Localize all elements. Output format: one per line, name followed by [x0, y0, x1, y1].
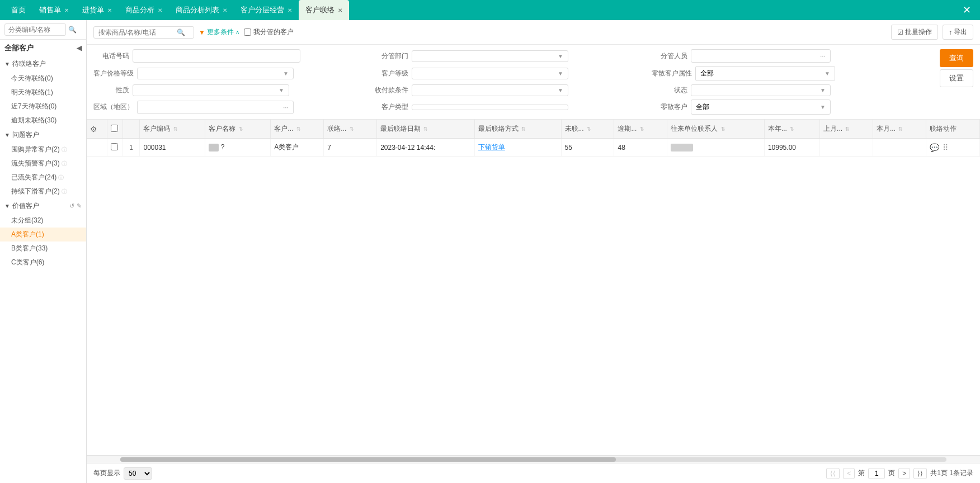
contact-person-block	[671, 144, 693, 151]
no-contact-sort-icon: ⇅	[587, 126, 591, 132]
action-qr-icon[interactable]: ⠿	[943, 143, 948, 152]
sidebar-item-today[interactable]: 今天待联络(0)	[0, 72, 86, 86]
nav-tab-sales[interactable]: 销售单 ✕	[32, 0, 76, 20]
export-button[interactable]: ↑ 导出	[943, 25, 973, 40]
table-settings-th: ⚙	[87, 120, 107, 139]
close-tab-product-list-icon[interactable]: ✕	[223, 7, 227, 13]
batch-operations-button[interactable]: ☑ 批量操作	[891, 25, 938, 40]
payment-label: 收付款条件	[373, 86, 412, 95]
close-tab-sales-icon[interactable]: ✕	[64, 7, 69, 13]
person-label: 分管人员	[652, 51, 691, 61]
retail-attr-select[interactable]: 全部 ▼	[695, 66, 835, 81]
phone-input[interactable]	[133, 49, 300, 63]
action-chat-icon[interactable]: 💬	[930, 143, 939, 152]
status-select[interactable]: ▼	[691, 84, 831, 96]
price-level-select[interactable]: ▼	[137, 68, 294, 79]
filter-search-box[interactable]: 🔍	[93, 26, 194, 39]
select-all-checkbox[interactable]	[111, 125, 118, 132]
close-tab-customer-contact-icon[interactable]: ✕	[338, 7, 342, 13]
last-date-sort-icon: ⇅	[423, 126, 428, 132]
top-navigation: 首页 销售单 ✕ 进货单 ✕ 商品分析 ✕ 商品分析列表 ✕ 客户分层经营 ✕ …	[0, 0, 980, 20]
dept-select[interactable]: ▼	[412, 50, 568, 62]
current-page-input[interactable]	[868, 468, 885, 479]
query-button[interactable]: 查询	[940, 49, 973, 67]
next-page-button[interactable]: >	[898, 468, 910, 479]
nav-tab-product-analysis[interactable]: 商品分析 ✕	[119, 0, 169, 20]
filter-cell-person: 分管人员 ···	[652, 49, 931, 63]
sidebar-group-value[interactable]: ▼ 价值客户 ↺ ✎	[0, 198, 86, 214]
sidebar-item-c-class[interactable]: C类客户(6)	[0, 255, 86, 269]
cell-code: 000031	[140, 139, 205, 157]
sidebar-group-pending[interactable]: ▼ 待联络客户	[0, 56, 86, 72]
person-dots-icon: ···	[820, 52, 826, 60]
overdue-sort-icon: ⇅	[640, 126, 644, 132]
sidebar-item-b-class[interactable]: B类客户(33)	[0, 242, 86, 255]
col-header-last-method: 最后联络方式 ⇅	[474, 120, 561, 139]
sidebar-group-problem[interactable]: ▼ 问题客户	[0, 127, 86, 143]
my-customers-checkbox[interactable]	[244, 29, 251, 36]
horizontal-scrollbar[interactable]	[87, 455, 980, 463]
filter-cell-customer-level: 客户等级 ▼	[373, 68, 652, 79]
close-tab-product-analysis-icon[interactable]: ✕	[158, 7, 162, 13]
filter-cell-nature: 性质 ▼	[93, 84, 373, 96]
customer-level-select[interactable]: ▼	[412, 68, 568, 79]
table-checkbox-th	[107, 120, 123, 139]
sidebar-search-icon[interactable]: 🔍	[68, 26, 77, 34]
col-header-last-month: 上月... ⇅	[820, 120, 873, 139]
first-page-button[interactable]: ⟨⟨	[826, 468, 840, 479]
col-header-this-month: 本月... ⇅	[873, 120, 926, 139]
filter-row-4: 区域（地区） ··· 客户类型	[93, 100, 931, 115]
sidebar-item-hoarding[interactable]: 囤购异常客户(2) ⓘ	[0, 143, 86, 157]
filter-search-input[interactable]	[98, 29, 177, 36]
close-tab-customer-mgmt-icon[interactable]: ✕	[288, 7, 292, 13]
sidebar-collapse-icon[interactable]: ◀	[77, 44, 82, 52]
nav-tab-customer-mgmt[interactable]: 客户分层经营 ✕	[234, 0, 299, 20]
filter-row-2: 客户价格等级 ▼ 客户等级 ▼	[93, 66, 931, 81]
payment-select[interactable]: ▼	[412, 84, 568, 96]
filter-more-conditions[interactable]: ▼ 更多条件 ∧	[199, 27, 239, 37]
sidebar-item-overdue[interactable]: 逾期未联络(30)	[0, 113, 86, 127]
sidebar-item-unclassified[interactable]: 未分组(32)	[0, 214, 86, 228]
nav-tab-customer-contact[interactable]: 客户联络 ✕	[299, 0, 349, 20]
retail-customer-select[interactable]: 全部 ▼	[691, 100, 831, 115]
sidebar-item-churn-warning[interactable]: 流失预警客户(3) ⓘ	[0, 157, 86, 171]
nav-tab-product-list[interactable]: 商品分析列表 ✕	[169, 0, 234, 20]
customer-type-select[interactable]	[412, 105, 568, 110]
nav-home[interactable]: 首页	[4, 0, 32, 20]
filter-search-icon[interactable]: 🔍	[177, 29, 185, 36]
filter-cell-status: 状态 ▼	[652, 84, 931, 96]
unit-contact-sort-icon: ⇅	[721, 126, 725, 132]
last-page-button[interactable]: ⟩⟩	[913, 468, 927, 479]
settings-button[interactable]: 设置	[940, 69, 973, 87]
col-header-action: 联络动作	[926, 120, 979, 139]
window-close-button[interactable]: ✕	[958, 4, 976, 16]
sidebar-all-customers[interactable]: 全部客户 ◀	[0, 40, 86, 56]
value-edit-icon[interactable]: ✎	[77, 202, 82, 210]
sidebar-item-declining[interactable]: 持续下滑客户(2) ⓘ	[0, 184, 86, 198]
nav-tab-purchase[interactable]: 进货单 ✕	[76, 0, 119, 20]
region-input[interactable]: ···	[137, 101, 294, 114]
person-input[interactable]: ···	[691, 49, 831, 63]
page-size-select[interactable]: 50 100 200	[124, 467, 152, 480]
cell-no-contact: 55	[561, 139, 614, 157]
value-refresh-icon[interactable]: ↺	[69, 202, 74, 210]
prev-page-button[interactable]: <	[843, 468, 855, 479]
sidebar-item-7days[interactable]: 近7天待联络(0)	[0, 100, 86, 113]
close-tab-purchase-icon[interactable]: ✕	[107, 7, 112, 13]
nature-select[interactable]: ▼	[133, 84, 289, 96]
sidebar-item-tomorrow[interactable]: 明天待联络(1)	[0, 86, 86, 100]
sidebar-search-area: 🔍	[0, 20, 86, 40]
phone-label: 电话号码	[93, 51, 133, 61]
sidebar-item-churned[interactable]: 已流失客户(24) ⓘ	[0, 171, 86, 184]
filter-cell-price-level: 客户价格等级 ▼	[93, 68, 373, 79]
table-settings-icon[interactable]: ⚙	[90, 125, 97, 134]
customer-table: ⚙ 客户编码 ⇅ 客户名称 ⇅	[87, 120, 980, 157]
page-label: 第	[858, 468, 865, 478]
sidebar-search-input[interactable]	[4, 23, 66, 36]
cell-name: ?	[205, 139, 271, 157]
row-checkbox[interactable]	[111, 143, 118, 150]
churn-warning-info-icon: ⓘ	[62, 160, 67, 168]
sidebar-item-a-class[interactable]: A类客户(1)	[0, 228, 86, 242]
customer-type-label: 客户类型	[373, 102, 412, 112]
last-method-link[interactable]: 下销货单	[478, 143, 505, 151]
